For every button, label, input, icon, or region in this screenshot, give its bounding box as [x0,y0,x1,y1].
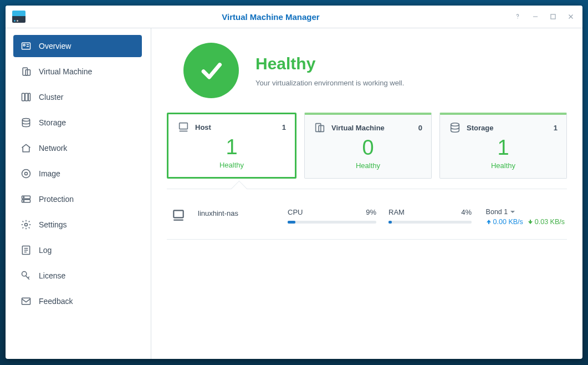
cluster-icon [20,91,32,103]
chevron-down-icon [510,209,515,215]
storage-card-icon [449,121,461,134]
window-title: Virtual Machine Manager [29,12,513,22]
app-icon [12,11,25,23]
health-subtitle: Your virtualization environment is worki… [255,79,404,87]
sidebar-item-overview[interactable]: Overview [13,35,142,57]
sidebar-item-license[interactable]: License [13,265,142,287]
minimize-button[interactable] [530,12,540,22]
sidebar-item-label: Image [39,169,60,178]
svg-point-14 [22,119,29,121]
settings-icon [20,219,32,231]
sidebar-item-network[interactable]: Network [13,137,142,159]
card-vm-count: 0 [418,124,422,132]
sidebar-item-label: Settings [39,220,67,229]
body: Overview Virtual Machine Cluster Storage [6,28,582,359]
license-icon [20,270,32,282]
svg-rect-33 [173,210,183,217]
card-vm-big: 0 [314,137,422,158]
card-storage-count: 1 [554,124,558,132]
health-text: Healthy Your virtualization environment … [255,54,404,87]
interface-selector[interactable]: Bond 1 [486,208,565,216]
close-button[interactable] [566,12,576,22]
svg-point-32 [451,123,459,126]
svg-point-15 [22,170,30,178]
ram-meter: RAM 4% [388,208,472,224]
sidebar-item-feedback[interactable]: Feedback [13,290,142,312]
vm-card-icon [314,121,326,134]
card-host-label: Host [195,123,211,131]
sidebar: Overview Virtual Machine Cluster Storage [6,28,151,359]
window-controls [513,12,576,22]
card-vm[interactable]: Virtual Machine 0 0 Healthy [304,113,432,179]
svg-rect-30 [316,124,321,132]
card-storage-state: Healthy [449,161,558,170]
card-vm-state: Healthy [314,161,422,170]
svg-point-6 [23,44,25,46]
card-storage-label: Storage [467,124,493,132]
card-host-count: 1 [282,123,286,131]
sidebar-item-label: Overview [39,42,71,50]
svg-rect-5 [22,43,30,49]
health-title: Healthy [255,54,404,73]
main-panel: Healthy Your virtualization environment … [151,28,582,359]
summary-cards: Host 1 1 Healthy Virtual Machine 0 0 [167,113,567,179]
svg-point-19 [23,197,24,198]
sidebar-item-settings[interactable]: Settings [13,214,142,236]
svg-rect-11 [22,93,25,100]
svg-rect-31 [319,125,324,131]
svg-rect-13 [28,93,30,100]
download-rate: 0.03 KB/s [528,218,565,226]
svg-point-0 [517,18,518,18]
arrow-up-icon [486,219,492,225]
cpu-bar [288,221,376,224]
card-storage-big: 1 [449,137,558,158]
svg-rect-27 [22,298,30,305]
sidebar-item-label: Feedback [39,297,73,306]
network-icon [20,142,32,154]
sidebar-item-cluster[interactable]: Cluster [13,86,142,108]
health-status: Healthy Your virtualization environment … [167,39,567,113]
titlebar: Virtual Machine Manager [6,6,582,28]
log-icon [20,244,32,256]
cpu-label: CPU [288,208,303,216]
ram-percent: 4% [461,208,472,216]
sidebar-item-label: Protection [39,195,74,204]
host-detail-row[interactable]: linuxhint-nas CPU 9% RAM 4% [167,205,567,240]
svg-rect-2 [551,14,555,19]
sidebar-item-label: Virtual Machine [39,67,92,76]
svg-point-16 [25,173,28,175]
card-host[interactable]: Host 1 1 Healthy [167,113,296,179]
image-icon [20,168,32,180]
maximize-button[interactable] [548,12,558,22]
card-storage[interactable]: Storage 1 1 Healthy [439,113,567,179]
sidebar-item-image[interactable]: Image [13,163,142,185]
svg-rect-10 [25,70,30,75]
cpu-percent: 9% [366,208,376,216]
protection-icon [20,193,32,205]
svg-rect-12 [25,93,28,100]
ram-bar [388,221,472,224]
svg-point-20 [23,201,24,202]
interface-name: Bond 1 [486,208,508,216]
app-window: Virtual Machine Manager Overview [6,6,582,359]
sidebar-item-label: License [39,271,65,280]
card-vm-label: Virtual Machine [331,124,385,132]
sidebar-item-storage[interactable]: Storage [13,111,142,134]
sidebar-item-log[interactable]: Log [13,239,142,261]
network-stats: Bond 1 0.00 KB/s 0.03 KB/s [486,208,565,226]
host-row-icon [171,208,186,222]
arrow-down-icon [528,219,533,225]
help-button[interactable] [513,12,523,22]
overview-icon [20,40,32,52]
card-host-state: Healthy [177,161,286,169]
sidebar-item-label: Log [39,246,52,255]
check-icon [197,56,226,85]
sidebar-item-virtual-machine[interactable]: Virtual Machine [13,60,142,83]
sidebar-item-protection[interactable]: Protection [13,188,142,210]
health-badge [183,43,239,98]
sidebar-item-label: Storage [39,118,66,127]
feedback-icon [20,295,32,307]
card-pointer [167,189,567,205]
upload-rate: 0.00 KB/s [486,218,523,226]
storage-icon [20,116,32,129]
